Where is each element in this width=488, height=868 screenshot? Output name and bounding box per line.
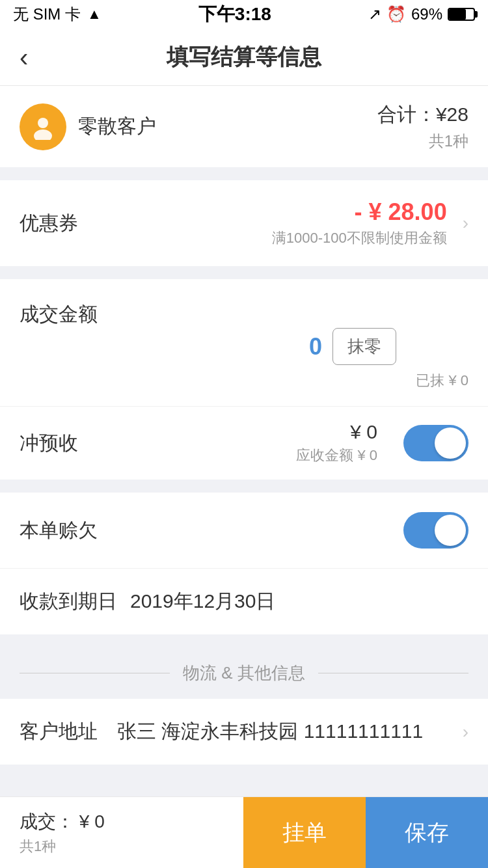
debit-label: 本单赊欠 (20, 517, 98, 544)
header-line-right (318, 673, 468, 673)
time-display: 下午3:18 (198, 2, 271, 27)
coupon-label: 优惠券 (20, 210, 78, 237)
bottom-bar: 成交： ¥ 0 共1种 挂单 保存 (0, 796, 488, 868)
customer-right: 合计：¥28 共1种 (377, 102, 468, 152)
customer-section: 零散客户 合计：¥28 共1种 (0, 86, 488, 167)
alarm-icon: ⏰ (386, 5, 406, 23)
content-area: 零散客户 合计：¥28 共1种 优惠券 - ¥ 28.00 满1000-100不… (0, 86, 488, 868)
coupon-right-col: - ¥ 28.00 满1000-100不限制使用金额 (272, 198, 447, 248)
coupon-right: - ¥ 28.00 满1000-100不限制使用金额 › (78, 198, 468, 248)
coupon-chevron-icon: › (463, 213, 468, 234)
transaction-input[interactable] (20, 333, 322, 360)
divider-1 (0, 167, 488, 180)
bottom-summary-main: 成交： ¥ 0 (20, 809, 224, 834)
prepayment-sub: 应收金额 ¥ 0 (296, 446, 377, 465)
customer-total: 合计：¥28 (377, 102, 468, 128)
status-bar: 无 SIM 卡 ▲ 下午3:18 ↗ ⏰ 69% (0, 0, 488, 29)
debit-toggle-knob (435, 515, 466, 546)
logistics-header-text: 物流 & 其他信息 (183, 662, 305, 685)
customer-left: 零散客户 (20, 103, 156, 150)
transaction-sub: 已抹 ¥ 0 (416, 372, 468, 388)
page-title: 填写结算等信息 (167, 42, 321, 72)
debit-section: 本单赊欠 收款到期日 2019年12月30日 (0, 493, 488, 634)
prepayment-row: 冲预收 ¥ 0 应收金额 ¥ 0 (0, 407, 488, 480)
duedate-row: 收款到期日 2019年12月30日 (0, 568, 488, 634)
transaction-section: 成交金额 抹零 已抹 ¥ 0 (0, 279, 488, 406)
address-chevron-icon: › (463, 722, 468, 742)
transaction-row: 成交金额 抹零 已抹 ¥ 0 (0, 279, 488, 406)
duedate-value: 2019年12月30日 (130, 588, 275, 615)
address-row[interactable]: 客户地址 张三 海淀永丰科技园 11111111111 › (0, 699, 488, 765)
save-button[interactable]: 保存 (366, 797, 488, 869)
bottom-summary: 成交： ¥ 0 共1种 (0, 809, 243, 856)
round-button[interactable]: 抹零 (332, 328, 396, 365)
divider-4 (0, 634, 488, 647)
pending-button[interactable]: 挂单 (243, 797, 366, 869)
svg-point-0 (38, 118, 48, 128)
coupon-value: - ¥ 28.00 (272, 198, 447, 226)
coupon-section: 优惠券 - ¥ 28.00 满1000-100不限制使用金额 › (0, 180, 488, 266)
divider-2 (0, 266, 488, 279)
status-right: ↗ ⏰ 69% (368, 5, 475, 23)
battery-percent: 69% (411, 5, 442, 23)
header-line-left (20, 673, 170, 673)
toggle-knob (435, 427, 466, 459)
prepayment-amount: ¥ 0 (350, 421, 377, 443)
customer-avatar (20, 103, 66, 150)
duedate-label: 收款到期日 (20, 588, 117, 615)
transaction-label: 成交金额 (20, 297, 98, 328)
prepayment-section: 冲预收 ¥ 0 应收金额 ¥ 0 (0, 406, 488, 480)
customer-count: 共1种 (377, 131, 468, 152)
nav-bar: ‹ 填写结算等信息 (0, 29, 488, 86)
svg-point-1 (34, 129, 52, 140)
summary-amount: ¥ 0 (79, 811, 105, 832)
status-left: 无 SIM 卡 ▲ (13, 4, 102, 25)
wifi-icon: ▲ (87, 6, 102, 23)
prepayment-toggle[interactable] (403, 425, 468, 461)
address-value: 张三 海淀永丰科技园 11111111111 (117, 718, 457, 745)
battery-icon (448, 8, 475, 21)
address-label: 客户地址 (20, 718, 98, 745)
coupon-desc: 满1000-100不限制使用金额 (272, 228, 447, 248)
back-button[interactable]: ‹ (20, 44, 28, 70)
debit-row: 本单赊欠 (0, 493, 488, 568)
customer-name: 零散客户 (78, 113, 156, 140)
carrier-text: 无 SIM 卡 (13, 4, 81, 25)
prepayment-values: ¥ 0 应收金额 ¥ 0 (296, 421, 377, 465)
bottom-summary-count: 共1种 (20, 837, 224, 856)
summary-label: 成交： (20, 811, 74, 832)
divider-3 (0, 480, 488, 493)
location-icon: ↗ (368, 5, 381, 23)
logistics-header: 物流 & 其他信息 (0, 647, 488, 699)
debit-toggle[interactable] (403, 512, 468, 549)
coupon-row[interactable]: 优惠券 - ¥ 28.00 满1000-100不限制使用金额 › (0, 180, 488, 266)
prepayment-label: 冲预收 (20, 430, 78, 457)
